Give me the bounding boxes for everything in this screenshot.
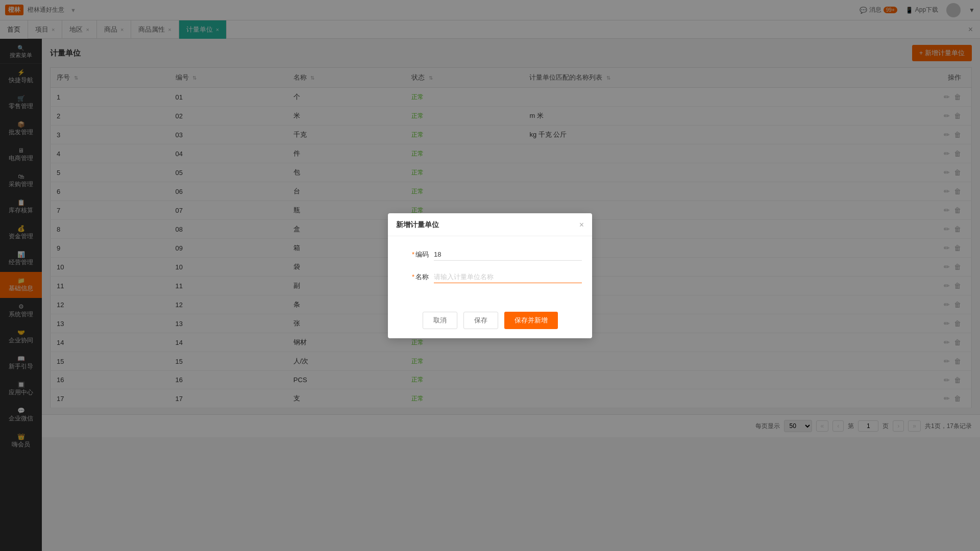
form-row-code: *编码 [398,248,582,261]
save-button[interactable]: 保存 [463,312,498,329]
form-code-input[interactable] [434,248,582,261]
add-unit-modal: 新增计量单位 × *编码 *名称 取消 保存 保存并新增 [388,213,592,338]
form-row-name: *名称 [398,271,582,283]
required-star: * [412,251,414,258]
form-code-label: *编码 [398,250,434,259]
cancel-button[interactable]: 取消 [423,312,457,329]
form-name-label: *名称 [398,272,434,282]
required-star2: * [412,273,414,281]
modal-close-btn[interactable]: × [579,221,584,229]
save-add-button[interactable]: 保存并新增 [504,312,558,329]
modal-header: 新增计量单位 × [388,213,592,236]
modal-title: 新增计量单位 [396,220,439,230]
modal-footer: 取消 保存 保存并新增 [388,306,592,338]
modal-overlay: 新增计量单位 × *编码 *名称 取消 保存 保存并新增 [0,0,980,551]
form-name-input[interactable] [434,271,582,283]
modal-body: *编码 *名称 [388,236,592,306]
